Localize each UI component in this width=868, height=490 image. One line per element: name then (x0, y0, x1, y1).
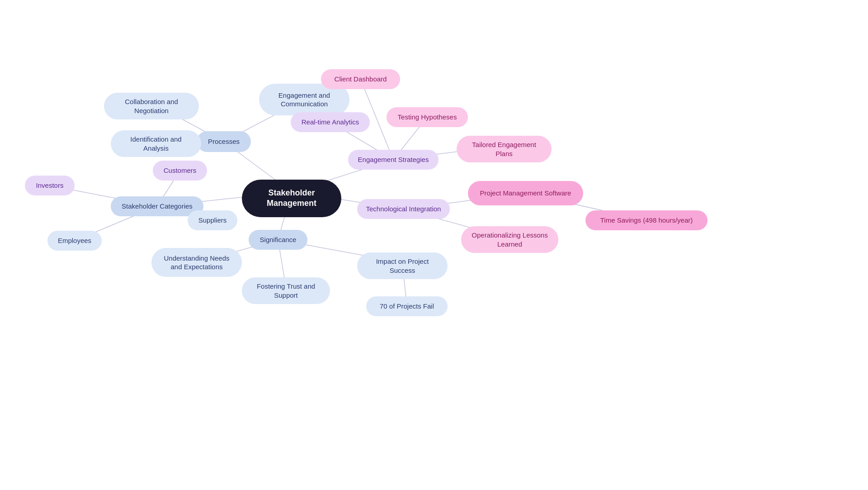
mindmap-node-engagement_strat: Engagement Strategies (348, 150, 439, 170)
mindmap-node-collab_neg: Collaboration and Negotiation (104, 93, 199, 119)
mindmap-node-tech_integration: Technological Integration (357, 199, 450, 219)
mindmap-node-significance: Significance (249, 230, 307, 250)
mindmap-node-understanding: Understanding Needs and Expectations (151, 248, 242, 277)
mindmap-node-time_savings: Time Savings (498 hours/year) (585, 210, 708, 230)
mindmap-node-fostering: Fostering Trust and Support (242, 277, 330, 304)
mindmap-node-ops_lessons: Operationalizing Lessons Learned (461, 226, 558, 253)
mindmap-node-stakeholder_cats: Stakeholder Categories (111, 196, 203, 216)
mindmap-node-id_analysis: Identification and Analysis (111, 130, 201, 157)
mindmap-node-seventy: 70 of Projects Fail (366, 296, 448, 316)
mindmap-svg (0, 0, 868, 490)
mindmap-node-testing_hyp: Testing Hypotheses (387, 107, 468, 127)
mindmap-node-employees: Employees (47, 231, 102, 251)
mindmap-node-client_dash: Client Dashboard (321, 69, 400, 89)
mindmap-node-processes: Processes (197, 131, 251, 152)
mindmap-node-center: Stakeholder Management (242, 180, 341, 217)
mindmap-node-proj_mgmt: Project Management Software (468, 181, 583, 205)
mindmap-node-investors: Investors (25, 176, 75, 195)
mindmap-node-customers: Customers (153, 161, 207, 181)
mindmap-node-suppliers: Suppliers (188, 210, 237, 230)
mindmap-node-real_analytics: Real-time Analytics (291, 112, 370, 132)
mindmap-node-tailored: Tailored Engagement Plans (457, 136, 552, 162)
mindmap-node-impact: Impact on Project Success (357, 252, 448, 279)
